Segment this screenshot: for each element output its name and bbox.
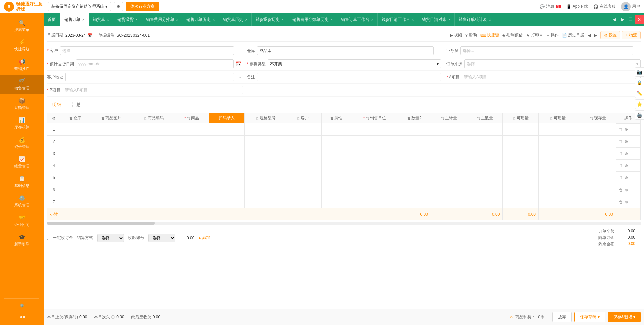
- profit-btn[interactable]: ◈ 毛利预估: [502, 32, 523, 38]
- row-delete-icon[interactable]: 🗑: [619, 127, 623, 132]
- sidebar-collapse[interactable]: ◀◀: [0, 311, 44, 322]
- app-download-item[interactable]: 📱 App下载: [566, 4, 588, 9]
- right-tool-star[interactable]: ⭐: [635, 99, 644, 109]
- preview-btn[interactable]: ▶ 视频: [450, 32, 462, 38]
- prev-record-btn[interactable]: ◀: [588, 33, 591, 38]
- sidebar-item-inventory[interactable]: 📊 库存核算: [0, 114, 44, 133]
- tab-close-icon[interactable]: ×: [412, 18, 414, 22]
- row-available[interactable]: [503, 123, 539, 136]
- online-service-item[interactable]: 🎧 在线客服: [593, 4, 616, 9]
- tab-order-history[interactable]: 销售订单历史 ×: [182, 13, 219, 26]
- row-delete-icon[interactable]: 🗑: [619, 188, 623, 192]
- th-main-unit[interactable]: ⇅ 主计量: [431, 113, 467, 123]
- tab-close-icon[interactable]: ×: [331, 18, 333, 22]
- row-attr[interactable]: [322, 123, 351, 136]
- th-qty2[interactable]: ⇅ 数量2: [398, 113, 431, 123]
- row-customer-code[interactable]: [287, 123, 322, 136]
- row-qty2[interactable]: [398, 123, 431, 136]
- row-available2[interactable]: [539, 123, 580, 136]
- save-new-button[interactable]: 保存&新增 ▾: [608, 312, 641, 322]
- th-image[interactable]: ⇅ 商品图片: [90, 113, 132, 123]
- row-delete-icon[interactable]: 🗑: [619, 175, 623, 180]
- tab-close-all-btn[interactable]: ✕: [635, 15, 644, 24]
- calendar-icon[interactable]: 📅: [88, 33, 93, 38]
- tab-expense-history[interactable]: 销售费用分摊单历史 ×: [288, 13, 337, 26]
- tab-expense-split[interactable]: 销售费用分摊单 ×: [142, 13, 183, 26]
- right-tool-print[interactable]: 🖨️: [635, 110, 644, 120]
- th-spec[interactable]: ⇅ 规格型号: [244, 113, 287, 123]
- row-main-unit[interactable]: [431, 123, 467, 136]
- invoice-type-select[interactable]: 不开票 ▾: [268, 59, 441, 68]
- b-project-input[interactable]: 请输入B项目: [63, 86, 243, 94]
- row-image[interactable]: [90, 123, 132, 136]
- tab-close-icon[interactable]: ×: [82, 18, 84, 22]
- sidebar-item-enterprise[interactable]: 🤝 企业协同: [0, 211, 44, 231]
- footer-dots[interactable]: ···: [179, 236, 183, 240]
- sidebar-settings[interactable]: ⚙️: [0, 300, 44, 311]
- top-settings-button[interactable]: ⚙: [114, 2, 123, 11]
- tab-close-icon[interactable]: ×: [107, 18, 109, 22]
- tab-cash-workbench[interactable]: 钱货日清工作台 ×: [378, 13, 418, 26]
- th-warehouse[interactable]: ⇅ 仓库: [61, 113, 90, 123]
- th-available[interactable]: ⇅ 可用量: [503, 113, 539, 123]
- row-delete-icon[interactable]: 🗑: [619, 163, 623, 168]
- one-click-checkbox[interactable]: [47, 236, 51, 240]
- right-tool-camera[interactable]: 📷: [635, 67, 644, 77]
- addr-more-icon[interactable]: ···: [237, 74, 241, 80]
- th-available2[interactable]: ⇅ 可用量...: [539, 113, 580, 123]
- row-delete-icon[interactable]: 🗑: [619, 200, 623, 204]
- row-product[interactable]: [175, 123, 209, 136]
- tab-return-history[interactable]: 销货退货历史 ×: [252, 13, 288, 26]
- scrollbar-thumb[interactable]: [47, 222, 155, 225]
- th-customer-code[interactable]: ⇅ 客户...: [287, 113, 322, 123]
- th-product[interactable]: ⇅ 商品: [175, 113, 209, 123]
- customer-more-icon[interactable]: ···: [237, 48, 241, 53]
- th-settings[interactable]: ⚙: [47, 113, 61, 123]
- row-product-code[interactable]: [132, 123, 175, 136]
- tab-menu-btn[interactable]: ☰: [627, 13, 635, 26]
- horizontal-scrollbar[interactable]: [47, 222, 641, 225]
- row-main-qty[interactable]: [467, 123, 503, 136]
- sidebar-item-purchase[interactable]: 📦 采购管理: [0, 94, 44, 114]
- help-btn[interactable]: ? 帮助: [465, 32, 477, 38]
- print-btn[interactable]: 🖨 打印 ▾: [526, 32, 542, 38]
- add-payment-btn[interactable]: ● 添加: [198, 235, 210, 241]
- row-copy-icon[interactable]: ⊕: [624, 151, 628, 156]
- salesperson-input[interactable]: 选择...: [460, 46, 633, 55]
- tab-order-stats[interactable]: 销售订单统计表 ×: [455, 13, 495, 26]
- expected-date-input[interactable]: yyyy-mm-dd: [76, 59, 234, 68]
- sidebar-item-search[interactable]: 🔍 搜索菜单: [0, 16, 44, 36]
- customer-addr-input[interactable]: [65, 73, 234, 81]
- th-product-code[interactable]: ⇅ 商品编码: [132, 113, 175, 123]
- row-scan[interactable]: [209, 123, 244, 136]
- order-source-select[interactable]: 选择... ▾: [464, 59, 641, 68]
- sidebar-item-system[interactable]: ⚙️ 系统管理: [0, 192, 44, 211]
- warehouse-more-icon[interactable]: ···: [437, 48, 441, 53]
- save-draft-button[interactable]: 保存草稿 ▾: [574, 312, 605, 322]
- row-copy-icon[interactable]: ⊕: [624, 139, 628, 144]
- one-click-checkbox-label[interactable]: 一键收订金: [47, 235, 73, 241]
- settings-form-btn[interactable]: ⚙ 设置: [600, 31, 620, 39]
- row-spec[interactable]: [244, 123, 287, 136]
- warehouse-input[interactable]: 成品库: [257, 46, 434, 55]
- discard-button[interactable]: 放弃: [552, 312, 572, 322]
- industry-btn[interactable]: 体验行业方案: [126, 2, 159, 11]
- th-scan[interactable]: 扫码录入: [209, 113, 244, 123]
- row-copy-icon[interactable]: ⊕: [624, 127, 628, 132]
- tab-close-icon[interactable]: ×: [213, 18, 215, 22]
- payment-method-select[interactable]: 选择...: [97, 234, 124, 242]
- tab-detail[interactable]: 明细: [47, 99, 67, 110]
- history-btn[interactable]: 📄 历史单据: [562, 32, 584, 38]
- message-icon-item[interactable]: 💬 消息 9: [540, 4, 561, 9]
- tab-home[interactable]: 首页: [44, 13, 60, 26]
- th-main-qty[interactable]: ⇅ 主数量: [467, 113, 503, 123]
- row-copy-icon[interactable]: ⊕: [624, 163, 628, 168]
- row-delete-icon[interactable]: 🗑: [619, 139, 623, 144]
- user-item[interactable]: 👤 用户: [621, 2, 640, 11]
- sidebar-item-basic-info[interactable]: 📋 基础信息: [0, 172, 44, 192]
- sidebar-item-finance[interactable]: 💰 资金管理: [0, 133, 44, 153]
- tab-summary[interactable]: 汇总: [67, 99, 86, 110]
- sidebar-item-operations[interactable]: 📈 经营管理: [0, 153, 44, 172]
- app-selector[interactable]: 装备及固定资产辅助管理系统 ▾: [48, 2, 111, 11]
- tab-invoice-history[interactable]: 销货单历史 ×: [219, 13, 252, 26]
